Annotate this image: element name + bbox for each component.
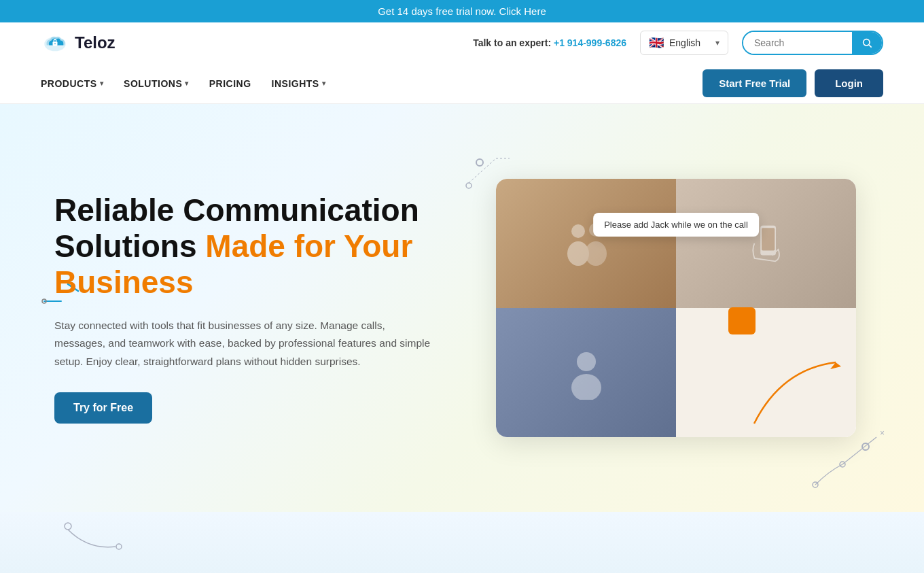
login-label: Login bbox=[835, 78, 863, 89]
hero-visual-wrapper: Please add Jack while we on the call bbox=[496, 179, 856, 437]
search-button[interactable] bbox=[852, 32, 882, 54]
lang-chevron-icon: ▾ bbox=[715, 38, 719, 48]
phone-image bbox=[676, 179, 856, 308]
login-button[interactable]: Login bbox=[815, 69, 883, 97]
nav-label-solutions: SOLUTIONS bbox=[124, 78, 182, 89]
hero-image-card: Please add Jack while we on the call bbox=[496, 179, 856, 437]
svg-point-18 bbox=[577, 352, 596, 371]
try-free-button[interactable]: Try for Free bbox=[54, 392, 152, 424]
banner-text: Get 14 days free trial now. Click Here bbox=[378, 5, 546, 17]
svg-point-3 bbox=[864, 39, 870, 46]
svg-line-4 bbox=[869, 45, 872, 48]
hero-title: Reliable Communication Solutions Made fo… bbox=[54, 192, 469, 300]
hero-title-line1: Reliable Communication bbox=[54, 192, 419, 228]
nav-label-pricing: PRICING bbox=[209, 78, 251, 89]
flag-icon: 🇬🇧 bbox=[649, 35, 664, 50]
nav-link-products[interactable]: PRODUCTS ▾ bbox=[41, 78, 103, 89]
expert-phone: +1 914-999-6826 bbox=[554, 37, 626, 48]
nav-item-pricing[interactable]: PRICING bbox=[209, 78, 251, 89]
search-container bbox=[742, 31, 883, 55]
hero-visual: Please add Jack while we on the call bbox=[469, 179, 883, 437]
bottom-deco-path bbox=[54, 509, 136, 557]
nav-label-insights: INSIGHTS bbox=[272, 78, 319, 89]
navbar: PRODUCTS ▾ SOLUTIONS ▾ PRICING INSIGHTS … bbox=[0, 63, 924, 104]
expert-label: Talk to an expert: bbox=[473, 37, 551, 48]
svg-point-17 bbox=[766, 252, 769, 254]
search-input[interactable] bbox=[743, 32, 852, 54]
hero-title-line2: Solutions bbox=[54, 228, 205, 264]
header: Teloz Talk to an expert: +1 914-999-6826… bbox=[0, 22, 924, 63]
bottom-curve-deco bbox=[54, 509, 136, 560]
nav-links: PRODUCTS ▾ SOLUTIONS ▾ PRICING INSIGHTS … bbox=[41, 78, 325, 89]
logo-area[interactable]: Teloz bbox=[41, 32, 116, 54]
photo-tile-women bbox=[496, 179, 676, 308]
language-selector[interactable]: 🇬🇧 English ▾ bbox=[640, 31, 728, 55]
svg-line-9 bbox=[469, 158, 496, 183]
photo-tile-deco bbox=[676, 308, 856, 437]
svg-point-8 bbox=[466, 183, 472, 188]
nav-item-insights[interactable]: INSIGHTS ▾ bbox=[272, 78, 326, 89]
nav-buttons: Start Free Trial Login bbox=[703, 69, 883, 97]
hero-description: Stay connected with tools that fit busin… bbox=[54, 317, 435, 371]
logo-icon bbox=[41, 32, 69, 54]
svg-point-2 bbox=[54, 43, 56, 44]
orange-arrow-deco bbox=[741, 349, 849, 430]
nav-item-products[interactable]: PRODUCTS ▾ bbox=[41, 78, 103, 89]
svg-point-25 bbox=[65, 523, 71, 530]
photo-tile-phone bbox=[676, 179, 856, 308]
svg-text:×: × bbox=[880, 428, 885, 438]
women-image bbox=[496, 179, 676, 308]
chat-bubble-text: Please add Jack while we on the call bbox=[604, 220, 748, 230]
bottom-section bbox=[0, 512, 924, 573]
nav-link-insights[interactable]: INSIGHTS ▾ bbox=[272, 78, 326, 89]
top-banner[interactable]: Get 14 days free trial now. Click Here bbox=[0, 0, 924, 22]
expert-contact: Talk to an expert: +1 914-999-6826 bbox=[473, 37, 626, 48]
chevron-down-icon: ▾ bbox=[100, 80, 104, 87]
language-label: English bbox=[669, 37, 700, 48]
nav-label-products: PRODUCTS bbox=[41, 78, 97, 89]
nav-item-solutions[interactable]: SOLUTIONS ▾ bbox=[124, 78, 189, 89]
svg-point-26 bbox=[116, 544, 122, 549]
svg-point-19 bbox=[571, 374, 601, 400]
chevron-down-icon: ▾ bbox=[322, 80, 326, 87]
header-right: Talk to an expert: +1 914-999-6826 🇬🇧 En… bbox=[473, 31, 883, 55]
logo-text: Teloz bbox=[75, 33, 116, 52]
nav-link-solutions[interactable]: SOLUTIONS ▾ bbox=[124, 78, 189, 89]
hero-content: Reliable Communication Solutions Made fo… bbox=[54, 192, 469, 424]
chat-bubble: Please add Jack while we on the call bbox=[593, 213, 759, 237]
try-free-label: Try for Free bbox=[73, 402, 133, 413]
svg-point-11 bbox=[571, 224, 585, 238]
start-trial-button[interactable]: Start Free Trial bbox=[703, 69, 806, 97]
chevron-down-icon: ▾ bbox=[185, 80, 189, 87]
hero-section: Reliable Communication Solutions Made fo… bbox=[0, 104, 924, 512]
svg-rect-16 bbox=[762, 228, 775, 250]
orange-accent-shape bbox=[728, 308, 756, 334]
man-image bbox=[496, 308, 676, 437]
nav-link-pricing[interactable]: PRICING bbox=[209, 78, 251, 89]
photo-tile-man bbox=[496, 308, 676, 437]
start-trial-label: Start Free Trial bbox=[719, 78, 790, 89]
svg-point-14 bbox=[585, 241, 607, 266]
deco-bottom-right: × bbox=[802, 424, 924, 505]
search-icon bbox=[861, 37, 872, 48]
